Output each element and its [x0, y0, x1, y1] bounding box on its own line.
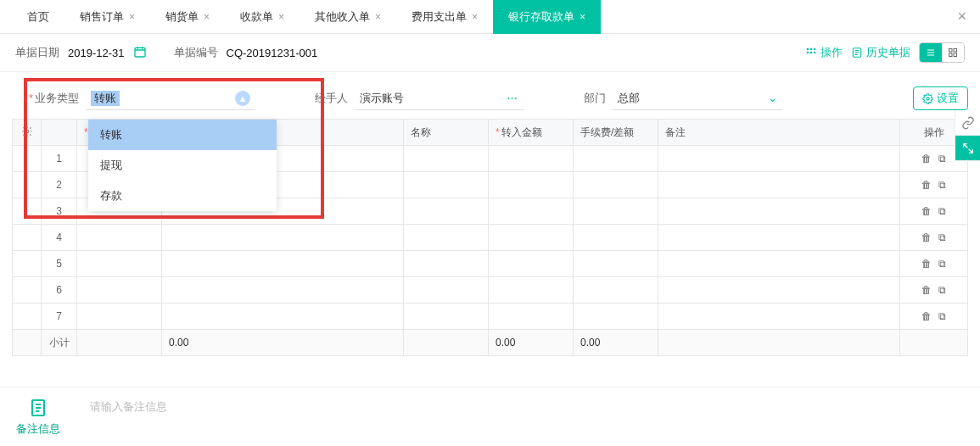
delete-icon[interactable]: 🗑 [921, 310, 932, 322]
docno-label: 单据编号 [174, 45, 218, 60]
date-value[interactable]: 2019-12-31 [68, 47, 125, 59]
close-icon[interactable]: × [278, 11, 284, 23]
copy-icon[interactable]: ⧉ [938, 310, 946, 322]
table-row[interactable]: 6🗑⧉ [13, 277, 968, 304]
close-icon[interactable]: × [375, 11, 381, 23]
history-button[interactable]: 历史单据 [851, 45, 910, 60]
tab-expense[interactable]: 费用支出单× [396, 0, 493, 34]
view-toggle[interactable] [919, 42, 965, 63]
remark-input[interactable]: 请输入备注信息 [76, 387, 980, 446]
list-view-icon[interactable] [920, 43, 942, 62]
biz-type-select[interactable]: 转账 ▲ [86, 87, 255, 110]
biz-type-dropdown: 转账 提现 存款 [88, 120, 277, 211]
delete-icon[interactable]: 🗑 [921, 231, 932, 243]
delete-icon[interactable]: 🗑 [921, 179, 932, 191]
copy-icon[interactable]: ⧉ [938, 179, 946, 191]
svg-rect-10 [949, 53, 953, 57]
dept-field: 部门 总部 ⌄ [584, 87, 782, 110]
close-icon[interactable]: × [580, 11, 585, 23]
copy-icon[interactable]: ⧉ [938, 231, 946, 243]
col-name: 名称 [404, 120, 489, 146]
copy-icon[interactable]: ⧉ [938, 284, 946, 296]
delete-icon[interactable]: 🗑 [921, 153, 932, 164]
tab-bar: 首页 销售订单× 销货单× 收款单× 其他收入单× 费用支出单× 银行存取款单×… [0, 0, 980, 34]
close-all-icon[interactable]: × [944, 8, 980, 25]
copy-icon[interactable]: ⧉ [938, 205, 946, 217]
svg-rect-2 [810, 48, 812, 50]
remark-section: 备注信息 请输入备注信息 [0, 387, 980, 446]
tab-sales-order[interactable]: 销售订单× [64, 0, 150, 34]
svg-point-12 [927, 97, 929, 99]
ops-button[interactable]: 操作 [805, 45, 843, 60]
tab-bank-transfer[interactable]: 银行存取款单× [493, 0, 601, 34]
form-row: *业务类型 转账 ▲ 转账 提现 存款 经手人 演示账号 ⋯ 部门 总部 ⌄ 设… [0, 72, 980, 119]
svg-rect-6 [814, 52, 815, 53]
link-icon[interactable] [955, 110, 980, 136]
delete-icon[interactable]: 🗑 [921, 258, 932, 270]
agent-field: 经手人 演示账号 ⋯ [315, 87, 524, 110]
tab-receipt[interactable]: 收款单× [225, 0, 300, 34]
col-in-amt: *转入金额 [489, 120, 574, 146]
svg-rect-1 [807, 48, 809, 50]
svg-point-13 [25, 130, 29, 133]
svg-rect-0 [135, 47, 145, 57]
copy-icon[interactable]: ⧉ [938, 258, 946, 270]
remark-tab[interactable]: 备注信息 [0, 387, 76, 446]
doc-header: 单据日期 2019-12-31 单据编号 CQ-20191231-001 操作 … [0, 34, 980, 72]
table-row[interactable]: 7🗑⧉ [13, 304, 968, 330]
svg-rect-4 [807, 52, 809, 53]
chevron-down-icon[interactable]: ⌄ [768, 92, 777, 104]
option-withdraw[interactable]: 提现 [88, 150, 277, 181]
date-label: 单据日期 [15, 45, 59, 60]
table-row[interactable]: 4🗑⧉ [13, 225, 968, 251]
col-remark: 备注 [658, 120, 900, 146]
calendar-icon[interactable] [133, 45, 147, 61]
expand-icon[interactable] [955, 136, 980, 161]
tab-other-income[interactable]: 其他收入单× [300, 0, 396, 34]
table-row[interactable]: 5🗑⧉ [13, 251, 968, 277]
svg-rect-3 [814, 48, 815, 50]
dept-select[interactable]: 总部 ⌄ [613, 87, 782, 110]
option-transfer[interactable]: 转账 [88, 120, 277, 150]
svg-rect-5 [810, 52, 812, 53]
table-subtotal: 小计 0.00 0.00 0.00 [13, 330, 968, 356]
svg-rect-11 [954, 53, 957, 57]
side-toolbar [955, 110, 980, 161]
delete-icon[interactable]: 🗑 [921, 284, 932, 296]
close-icon[interactable]: × [472, 11, 478, 23]
svg-rect-8 [949, 49, 953, 53]
tab-delivery[interactable]: 销货单× [150, 0, 225, 34]
delete-icon[interactable]: 🗑 [921, 205, 932, 217]
copy-icon[interactable]: ⧉ [938, 153, 946, 164]
option-deposit[interactable]: 存款 [88, 181, 277, 211]
settings-button[interactable]: 设置 [913, 86, 968, 110]
close-icon[interactable]: × [204, 11, 210, 23]
docno-value: CQ-20191231-001 [227, 47, 318, 59]
more-icon[interactable]: ⋯ [507, 92, 519, 104]
card-view-icon[interactable] [942, 43, 964, 62]
tab-home[interactable]: 首页 [12, 0, 64, 34]
svg-rect-9 [954, 49, 957, 53]
col-fee: 手续费/差额 [574, 120, 658, 146]
agent-select[interactable]: 演示账号 ⋯ [355, 87, 524, 110]
chevron-up-icon: ▲ [235, 91, 250, 106]
close-icon[interactable]: × [129, 11, 135, 23]
biz-type-field: *业务类型 转账 ▲ 转账 提现 存款 [29, 87, 255, 110]
gear-header[interactable] [13, 120, 42, 146]
